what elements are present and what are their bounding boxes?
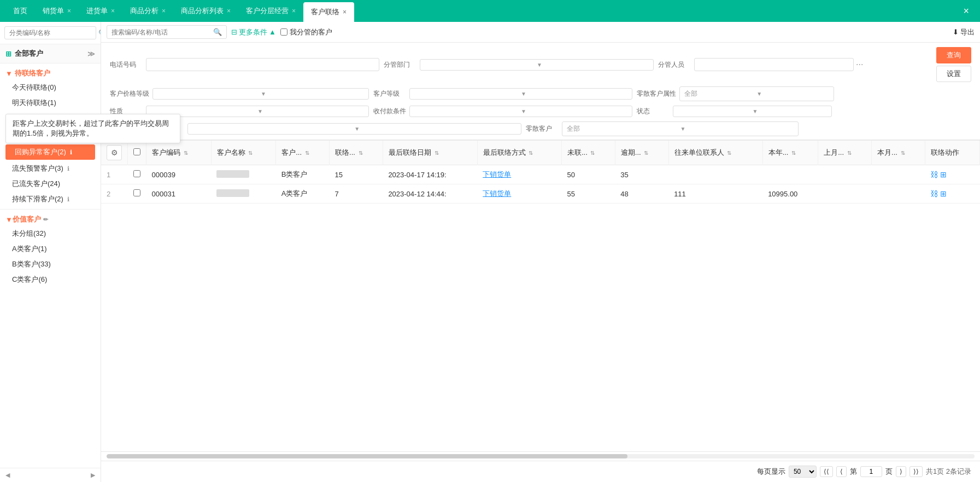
row1-contact: 15 (330, 165, 383, 184)
col-action-header: 联络动作 (925, 141, 979, 165)
per-page-select[interactable]: 50 100 200 (789, 466, 817, 478)
sidebar-active-item-wrapper: 回购异常客户(2) ℹ (0, 143, 101, 161)
col-overdue-header[interactable]: 逾期... ⇅ (615, 141, 668, 165)
sidebar-item-class-c[interactable]: C类客户(6) (0, 272, 101, 287)
row2-actions: ⛓ ⊞ (925, 184, 979, 204)
manager-dots[interactable]: ··· (856, 60, 863, 69)
nav-sales[interactable]: 销货单 × (35, 0, 79, 22)
sidebar-item-class-b[interactable]: B类客户(33) (0, 257, 101, 272)
sidebar-pending-title[interactable]: ▼ 待联络客户 (0, 66, 101, 80)
col-code-header[interactable]: 客户编码 ⇅ (146, 141, 212, 165)
customer-table: ⚙ 客户编码 ⇅ 客户名称 ⇅ (101, 141, 980, 204)
sidebar-value-customer-title[interactable]: ▼ 价值客户 ✏ (0, 212, 101, 226)
scroll-track[interactable] (107, 454, 975, 458)
row1-grid-icon[interactable]: ⊞ (940, 170, 947, 179)
sidebar-left-arrow[interactable]: ◀ (5, 472, 10, 479)
sidebar-item-class-a[interactable]: A类客户(1) (0, 241, 101, 257)
sidebar-item-repurchase-abnormal[interactable]: 回购异常客户(2) ℹ (5, 144, 95, 160)
department-chevron: ▼ (537, 62, 649, 68)
nav-customer-contact-close[interactable]: × (343, 8, 347, 16)
first-page-button[interactable]: ⟨⟨ (820, 466, 833, 477)
info-icon: ℹ (70, 149, 72, 155)
main-search-input[interactable] (112, 28, 213, 36)
status-select[interactable]: ▼ (673, 106, 832, 117)
retail-customer-select[interactable]: 全部 ▼ (562, 121, 799, 136)
col-gear[interactable]: ⚙ (101, 141, 128, 165)
last-month-sort-icon: ⇅ (847, 150, 852, 156)
my-customer-checkbox[interactable] (280, 28, 287, 36)
col-this-year-header[interactable]: 本年... ⇅ (762, 141, 818, 165)
row2-link-icon[interactable]: ⛓ (930, 189, 938, 198)
col-last-contact-method-header[interactable]: 最后联络方式 ⇅ (477, 141, 561, 165)
nav-product-analysis[interactable]: 商品分析 × (122, 0, 173, 22)
row1-select-checkbox[interactable] (133, 170, 140, 177)
nav-customer-tier-close[interactable]: × (292, 7, 296, 15)
select-all-checkbox[interactable] (133, 148, 140, 155)
export-button[interactable]: ⬇ 导出 (953, 27, 975, 37)
row2-checkbox (128, 184, 146, 204)
main-search-icon[interactable]: 🔍 (213, 28, 222, 36)
nav-customer-tier[interactable]: 客户分层经营 × (238, 0, 303, 22)
nav-customer-contact[interactable]: 客户联络 × (303, 2, 354, 22)
sidebar-right-arrow[interactable]: ▶ (91, 472, 95, 479)
nav-purchase[interactable]: 进货单 × (79, 0, 122, 22)
row1-last-contact-method[interactable]: 下销货单 (477, 165, 561, 184)
manager-input[interactable] (694, 58, 854, 71)
row2-code[interactable]: 000031 (146, 184, 212, 204)
nav-sales-close[interactable]: × (67, 7, 71, 15)
sidebar-item-unclassified[interactable]: 未分组(32) (0, 226, 101, 241)
more-filter-button[interactable]: ⊟ 更多条件 ▲ (231, 27, 276, 37)
phone-input[interactable] (146, 58, 379, 71)
row2-this-year: 10995.00 (762, 184, 818, 204)
current-page-input[interactable] (860, 466, 882, 477)
sidebar-item-tomorrow[interactable]: 明天待联络(1) (0, 95, 101, 111)
gear-icon-btn[interactable]: ⚙ (107, 145, 122, 160)
query-button[interactable]: 查询 (936, 47, 971, 63)
payment-terms-select[interactable]: ▼ (409, 106, 632, 117)
price-level-select[interactable]: ▼ (152, 88, 369, 100)
edit-icon[interactable]: ✏ (43, 216, 48, 223)
row2-select-checkbox[interactable] (133, 189, 140, 196)
sidebar-all-customers-header: ⊞ 全部客户 ≫ (0, 44, 101, 63)
last-page-button[interactable]: ⟩⟩ (909, 466, 923, 477)
row1-code[interactable]: 000039 (146, 165, 212, 184)
next-page-button[interactable]: ⟩ (896, 466, 906, 477)
col-company-contact-header[interactable]: 往来单位联系人 ⇅ (668, 141, 762, 165)
department-select[interactable]: ▼ (420, 59, 653, 71)
window-close-button[interactable]: × (958, 5, 975, 17)
name-sort-icon: ⇅ (248, 150, 253, 156)
retail-attr-select[interactable]: 全部 ▼ (679, 86, 834, 101)
scroll-thumb[interactable] (107, 454, 627, 458)
col-uncontacted-header[interactable]: 未联... ⇅ (561, 141, 615, 165)
col-last-contact-date-header[interactable]: 最后联络日期 ⇅ (383, 141, 477, 165)
row2-grid-icon[interactable]: ⊞ (940, 189, 947, 198)
sidebar-item-lost[interactable]: 已流失客户(24) (0, 176, 101, 191)
row1-link-icon[interactable]: ⛓ (930, 170, 938, 179)
sidebar-item-loss-warning[interactable]: 流失预警客户(3) ℹ (0, 161, 101, 176)
sidebar-item-declining[interactable]: 持续下滑客户(2) ℹ (0, 191, 101, 207)
customer-type-select[interactable]: ▼ (187, 123, 521, 135)
filter-customer-level: 客户等级 ▼ (373, 88, 632, 100)
nav-purchase-close[interactable]: × (111, 7, 115, 15)
col-this-month-header[interactable]: 本月... ⇅ (872, 141, 925, 165)
col-last-month-header[interactable]: 上月... ⇅ (818, 141, 872, 165)
data-table-wrapper: ⚙ 客户编码 ⇅ 客户名称 ⇅ (101, 140, 980, 451)
col-name-header[interactable]: 客户名称 ⇅ (211, 141, 276, 165)
setting-button[interactable]: 设置 (936, 66, 971, 82)
sidebar: 🔍 ⊞ 全部客户 ≫ ▼ 待联络客户 今天待联络(0) 明天待联络(1) 近7天… (0, 22, 101, 482)
row2-last-contact-method[interactable]: 下销货单 (477, 184, 561, 204)
sidebar-search-input[interactable] (4, 26, 96, 39)
col-type-header[interactable]: 客户... ⇅ (276, 141, 330, 165)
prev-page-button[interactable]: ⟨ (836, 466, 847, 477)
filter-phone: 电话号码 (110, 58, 379, 71)
nav-product-analysis-list[interactable]: 商品分析列表 × (173, 0, 238, 22)
nav-home[interactable]: 首页 (5, 0, 35, 22)
col-contact-header[interactable]: 联络... ⇅ (330, 141, 383, 165)
table-body: 1 000039 B类客户 15 2023-04-17 14:19: 下销货单 … (101, 165, 980, 204)
nav-product-analysis-close[interactable]: × (162, 7, 166, 15)
customer-level-select[interactable]: ▼ (409, 88, 632, 100)
row2-type: A类客户 (276, 184, 330, 204)
sidebar-item-today[interactable]: 今天待联络(0) (0, 80, 101, 95)
sidebar-collapse-icon[interactable]: ≫ (87, 50, 95, 58)
nav-product-analysis-list-close[interactable]: × (227, 7, 231, 15)
